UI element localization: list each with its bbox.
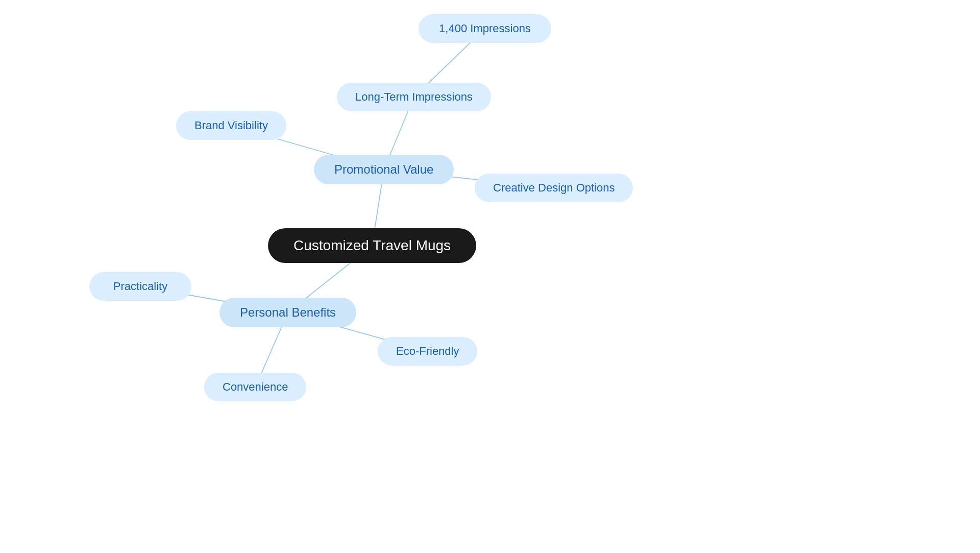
- practicality-node: Practicality: [89, 272, 191, 301]
- eco-friendly-node: Eco-Friendly: [378, 337, 477, 366]
- promotional-value-node: Promotional Value: [314, 155, 454, 184]
- impressions-1400-node: 1,400 Impressions: [419, 14, 551, 43]
- brand-visibility-node: Brand Visibility: [176, 111, 286, 140]
- center-node: Customized Travel Mugs: [268, 228, 476, 263]
- creative-design-options-node: Creative Design Options: [475, 174, 633, 202]
- long-term-impressions-node: Long-Term Impressions: [337, 83, 491, 111]
- convenience-node: Convenience: [204, 373, 306, 401]
- personal-benefits-node: Personal Benefits: [219, 298, 356, 327]
